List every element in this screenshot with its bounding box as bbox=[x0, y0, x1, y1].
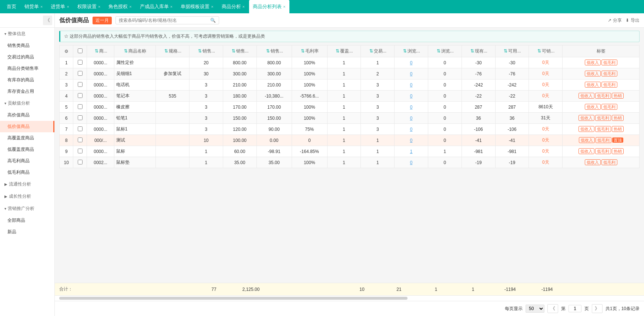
col-gear[interactable]: ⚙ bbox=[60, 45, 73, 57]
sidebar-section-contribution[interactable]: ▾ 贡献值分析 bbox=[0, 97, 54, 109]
cell-browse1[interactable]: 0 bbox=[395, 57, 428, 68]
sidebar-item-stocked-goods[interactable]: 有库存的商品 bbox=[0, 74, 54, 86]
sidebar-item-traded-goods[interactable]: 交易过的商品 bbox=[0, 51, 54, 63]
first-page-btn[interactable]: 《 bbox=[547, 304, 558, 313]
cell-name[interactable]: 鼠标1 bbox=[114, 124, 155, 135]
row-checkbox[interactable] bbox=[78, 137, 83, 142]
nav-purchase[interactable]: 进货单 × bbox=[47, 0, 73, 13]
sidebar-item-low-value[interactable]: 低价值商品 bbox=[0, 121, 54, 132]
sidebar-section-marketing[interactable]: ▾ 营销推广分析 bbox=[0, 203, 54, 215]
nav-analysis-list[interactable]: 商品分析列表 × bbox=[249, 0, 289, 13]
cell-browse1[interactable]: 0 bbox=[395, 135, 428, 146]
browse1-link[interactable]: 0 bbox=[410, 60, 413, 65]
sidebar-section-liquidity[interactable]: ▶ 流通性分析 bbox=[0, 178, 54, 190]
select-all-checkbox[interactable] bbox=[78, 48, 83, 53]
cell-browse1[interactable]: 0 bbox=[395, 68, 428, 79]
row-checkbox[interactable] bbox=[78, 149, 83, 153]
browse1-link[interactable]: 0 bbox=[410, 138, 413, 143]
cell-checkbox[interactable] bbox=[73, 68, 87, 79]
browse1-link[interactable]: 1 bbox=[410, 149, 413, 154]
nav-role-auth[interactable]: 角色授权 × bbox=[105, 0, 135, 13]
cell-checkbox[interactable] bbox=[73, 157, 87, 168]
cell-browse1[interactable]: 1 bbox=[395, 146, 428, 157]
col-name[interactable]: ⇅商品名称 bbox=[114, 45, 155, 57]
col-sales-amount[interactable]: ⇅销售... bbox=[223, 45, 256, 57]
cell-checkbox[interactable] bbox=[73, 91, 87, 102]
nav-product-analysis[interactable]: 商品分析 × bbox=[218, 0, 248, 13]
cell-checkbox[interactable] bbox=[73, 135, 87, 146]
col-spec[interactable]: ⇅规格... bbox=[156, 45, 189, 57]
cell-checkbox[interactable] bbox=[73, 113, 87, 124]
col-stock[interactable]: ⇅现有... bbox=[462, 45, 495, 57]
cell-name[interactable]: 橡皮擦 bbox=[114, 102, 155, 113]
sidebar-item-sales-goods[interactable]: 销售类商品 bbox=[0, 40, 54, 51]
cell-checkbox[interactable] bbox=[73, 146, 87, 157]
browse1-link[interactable]: 0 bbox=[410, 82, 413, 88]
col-cover[interactable]: ⇅覆盖... bbox=[327, 45, 361, 57]
sidebar-item-low-coverage[interactable]: 低覆盖度商品 bbox=[0, 144, 54, 155]
sidebar-item-all-goods[interactable]: 全部商品 bbox=[0, 215, 54, 226]
close-template-tab[interactable]: × bbox=[211, 4, 213, 9]
row-checkbox[interactable] bbox=[78, 160, 83, 164]
sidebar-section-growth[interactable]: ▶ 成长性分析 bbox=[0, 190, 54, 203]
row-checkbox[interactable] bbox=[78, 60, 83, 65]
col-gross-rate[interactable]: ⇅毛利率 bbox=[292, 45, 327, 57]
browse1-link[interactable]: 0 bbox=[410, 94, 413, 99]
cell-checkbox[interactable] bbox=[73, 79, 87, 91]
sidebar-item-high-margin[interactable]: 高毛利商品 bbox=[0, 155, 54, 167]
row-checkbox[interactable] bbox=[78, 104, 83, 109]
cell-checkbox[interactable] bbox=[73, 102, 87, 113]
row-checkbox[interactable] bbox=[78, 82, 83, 87]
cell-name[interactable]: 吴细细1 bbox=[114, 68, 155, 79]
search-input[interactable] bbox=[119, 18, 208, 23]
col-tags[interactable]: 标签 bbox=[563, 45, 640, 57]
nav-permissions[interactable]: 权限设置 × bbox=[74, 0, 104, 13]
col-sales-qty[interactable]: ⇅销售... bbox=[189, 45, 223, 57]
sidebar-item-high-coverage[interactable]: 高覆盖度商品 bbox=[0, 132, 54, 144]
page-size-select[interactable]: 50 20 100 bbox=[526, 305, 544, 313]
search-icon[interactable]: 🔍 bbox=[210, 18, 216, 23]
cell-name[interactable]: 测试 bbox=[114, 135, 155, 146]
col-sales-profit[interactable]: ⇅销售... bbox=[256, 45, 292, 57]
sidebar-section-overall[interactable]: ▾ 整体信息 bbox=[0, 28, 54, 40]
col-code[interactable]: ⇅商... bbox=[87, 45, 114, 57]
sidebar-item-low-margin[interactable]: 低毛利商品 bbox=[0, 167, 54, 178]
cell-browse1[interactable]: 0 bbox=[395, 113, 428, 124]
filter-tag-btn[interactable]: 近一月 bbox=[93, 17, 112, 24]
sidebar-item-category-rate[interactable]: 商品分类销售率 bbox=[0, 63, 54, 74]
col-browse1[interactable]: ⇅浏览... bbox=[395, 45, 428, 57]
close-analysis-list-tab[interactable]: × bbox=[283, 4, 285, 9]
close-role-tab[interactable]: × bbox=[129, 4, 131, 9]
row-checkbox[interactable] bbox=[78, 71, 83, 76]
col-trade[interactable]: ⇅交易... bbox=[361, 45, 395, 57]
browse1-link[interactable]: 0 bbox=[410, 127, 413, 132]
export-btn[interactable]: ⬇ 导出 bbox=[625, 17, 640, 24]
cell-checkbox[interactable] bbox=[73, 57, 87, 68]
cell-browse1[interactable]: 0 bbox=[395, 91, 428, 102]
browse1-link[interactable]: 0 bbox=[410, 105, 413, 110]
sidebar-collapse-btn[interactable]: 《 bbox=[43, 16, 52, 25]
cell-name[interactable]: 铅笔1 bbox=[114, 113, 155, 124]
col-avail[interactable]: ⇅可用... bbox=[495, 45, 529, 57]
sidebar-item-high-value[interactable]: 高价值商品 bbox=[0, 109, 54, 121]
cell-name[interactable]: 笔记本 bbox=[114, 91, 155, 102]
col-days[interactable]: ⇅可销... bbox=[529, 45, 563, 57]
nav-sales[interactable]: 销货单 × bbox=[21, 0, 46, 13]
browse1-link[interactable]: 0 bbox=[410, 71, 413, 77]
row-checkbox[interactable] bbox=[78, 126, 83, 131]
nav-template[interactable]: 单据模板设置 × bbox=[177, 0, 217, 13]
browse1-link[interactable]: 0 bbox=[410, 160, 413, 165]
nav-product-stock[interactable]: 产成品入库单 × bbox=[136, 0, 176, 13]
cell-browse1[interactable]: 0 bbox=[395, 157, 428, 168]
next-page-btn[interactable]: 》 bbox=[592, 304, 603, 313]
nav-home[interactable]: 首页 bbox=[3, 0, 20, 13]
cell-browse1[interactable]: 0 bbox=[395, 124, 428, 135]
cell-name[interactable]: 鼠标 bbox=[114, 146, 155, 157]
share-btn[interactable]: ↗ 分享 bbox=[608, 17, 622, 24]
sidebar-item-stock-capital[interactable]: 库存资金占用 bbox=[0, 86, 54, 97]
cell-name[interactable]: 鼠标垫 bbox=[114, 157, 155, 168]
browse1-link[interactable]: 0 bbox=[410, 116, 413, 121]
close-analysis-tab[interactable]: × bbox=[242, 4, 245, 9]
sidebar-item-new-goods[interactable]: 新品 bbox=[0, 226, 54, 238]
close-sales-tab[interactable]: × bbox=[40, 4, 43, 9]
